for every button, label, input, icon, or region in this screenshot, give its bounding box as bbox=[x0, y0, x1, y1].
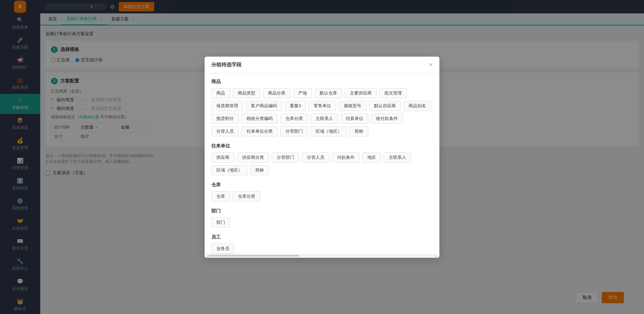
tag-pick-points[interactable]: 拣货积分 bbox=[211, 114, 239, 124]
section-counterparty: 往来单位 供应商 供应商分类 分管部门 分管人员 付款条件 地区 主联系人 区域… bbox=[211, 143, 433, 175]
tag-goods-type[interactable]: 商品类型 bbox=[233, 88, 260, 98]
tag-region2[interactable]: 区域（地区） bbox=[211, 165, 248, 175]
section-counterparty-title: 往来单位 bbox=[211, 143, 433, 149]
counterparty-tags: 供应商 供应商分类 分管部门 分管人员 付款条件 地区 主联系人 区域（地区） … bbox=[211, 152, 433, 175]
tag-supplier-cat[interactable]: 供应商分类 bbox=[237, 152, 269, 163]
tag-goods-alias[interactable]: 商品别名 bbox=[404, 101, 431, 111]
tag-sup-dept[interactable]: 分管部门 bbox=[272, 152, 299, 163]
tag-short-name[interactable]: 简称 bbox=[350, 126, 368, 136]
tag-default-supplier[interactable]: 默认供应商 bbox=[369, 101, 401, 111]
modal-header: 分组待选字段 × bbox=[205, 57, 439, 73]
tag-default-warehouse[interactable]: 默认仓库 bbox=[315, 88, 342, 98]
tag-warehouse-cat[interactable]: 仓库分类 bbox=[280, 114, 308, 124]
tag-area[interactable]: 地区 bbox=[362, 152, 381, 163]
tag-goods-cat[interactable]: 商品分类 bbox=[263, 88, 290, 98]
modal-body[interactable]: 商品 商品 商品类型 商品分类 产地 默认仓库 主要供应商 批次管理 保质期管理… bbox=[205, 73, 439, 254]
section-warehouse: 仓库 仓库 仓库分类 bbox=[211, 182, 433, 201]
modal-overlay: 分组待选字段 × 商品 商品 商品类型 商品分类 产地 默认仓库 主要供应商 批… bbox=[0, 0, 644, 314]
modal-close-btn[interactable]: × bbox=[429, 61, 433, 68]
section-warehouse-title: 仓库 bbox=[211, 182, 433, 188]
tag-customer-code[interactable]: 客户商品编码 bbox=[246, 101, 282, 111]
section-dept: 部门 部门 bbox=[211, 208, 433, 228]
tag-sales[interactable]: 业务员 bbox=[211, 244, 234, 254]
warehouse-tags: 仓库 仓库分类 bbox=[211, 191, 433, 201]
tag-settle-unit[interactable]: 结算单位 bbox=[341, 114, 368, 124]
tag-supplier[interactable]: 供应商 bbox=[211, 152, 234, 163]
tag-short-name2[interactable]: 简称 bbox=[250, 165, 269, 175]
scroll-left-arrow[interactable]: ◀ bbox=[206, 254, 209, 258]
tag-warehouse-cat2[interactable]: 仓库分类 bbox=[233, 191, 260, 201]
tag-main-supplier[interactable]: 主要供应商 bbox=[345, 88, 377, 98]
tag-dept2[interactable]: 部门 bbox=[211, 217, 230, 228]
tag-spec-model[interactable]: 规格型号 bbox=[339, 101, 366, 111]
tag-goods[interactable]: 商品 bbox=[211, 88, 230, 98]
tag-region[interactable]: 区域（地区） bbox=[311, 126, 347, 136]
tag-main-contact2[interactable]: 主联系人 bbox=[384, 152, 411, 163]
employee-tags: 业务员 bbox=[211, 244, 433, 254]
tag-sup-person[interactable]: 分管人员 bbox=[302, 152, 329, 163]
tag-expiry-mgmt[interactable]: 保质期管理 bbox=[211, 101, 243, 111]
scroll-right-arrow[interactable]: ▶ bbox=[435, 254, 438, 258]
tag-tax-code[interactable]: 税收分类编码 bbox=[241, 114, 278, 124]
tag-dept[interactable]: 分管部门 bbox=[280, 126, 308, 136]
section-employee: 员工 业务员 bbox=[211, 234, 433, 254]
section-dept-title: 部门 bbox=[211, 208, 433, 214]
tag-warehouse[interactable]: 仓库 bbox=[211, 191, 230, 201]
tag-pay-terms[interactable]: 收付款条件 bbox=[371, 114, 403, 124]
dept-tags: 部门 bbox=[211, 217, 433, 228]
modal-title: 分组待选字段 bbox=[211, 62, 241, 68]
tag-retail-unit[interactable]: 零售单位 bbox=[309, 101, 336, 111]
field-select-modal: 分组待选字段 × 商品 商品 商品类型 商品分类 产地 默认仓库 主要供应商 批… bbox=[205, 57, 439, 258]
section-employee-title: 员工 bbox=[211, 234, 433, 240]
goods-tags: 商品 商品类型 商品分类 产地 默认仓库 主要供应商 批次管理 保质期管理 客户… bbox=[211, 88, 433, 136]
tag-batch-mgmt[interactable]: 批次管理 bbox=[379, 88, 407, 98]
tag-payment-terms[interactable]: 付款条件 bbox=[332, 152, 360, 163]
modal-scroll-bar[interactable]: ◀ ▶ bbox=[205, 254, 439, 258]
section-goods-title: 商品 bbox=[211, 79, 433, 85]
tag-counterparty-cat[interactable]: 往来单位分类 bbox=[241, 126, 278, 136]
tag-supervisor[interactable]: 分管人员 bbox=[211, 126, 239, 136]
tag-main-contact[interactable]: 主联系人 bbox=[311, 114, 338, 124]
scroll-thumb bbox=[209, 255, 299, 257]
section-goods: 商品 商品 商品类型 商品分类 产地 默认仓库 主要供应商 批次管理 保质期管理… bbox=[211, 79, 433, 136]
tag-weight3[interactable]: 重量3 bbox=[285, 101, 306, 111]
tag-origin[interactable]: 产地 bbox=[293, 88, 312, 98]
scroll-track[interactable] bbox=[209, 255, 435, 257]
